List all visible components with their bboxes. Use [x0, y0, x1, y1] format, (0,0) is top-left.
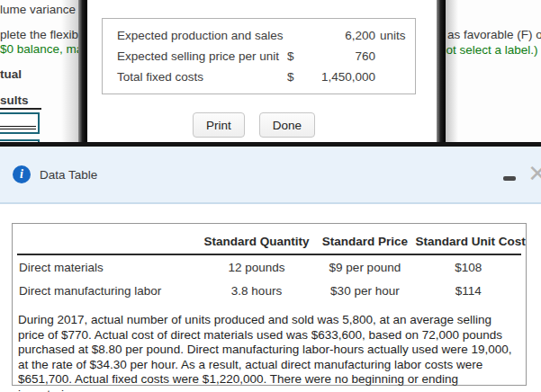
- close-icon[interactable]: ✕: [527, 162, 541, 185]
- data-table-box: Standard Quantity Standard Price Standar…: [12, 223, 527, 386]
- table-row: Direct manufacturing labor 3.8 hours $30…: [17, 279, 521, 302]
- exhibit-row: Total fixed costs $ 1,450,000: [117, 67, 410, 87]
- double-underline-rule: [0, 126, 36, 129]
- data-table-content: Standard Quantity Standard Price Standar…: [0, 204, 541, 386]
- exhibit-row-value: 6,200: [303, 29, 375, 42]
- modal-left-edge: [78, 0, 87, 142]
- row-label: Direct manufacturing labor: [17, 279, 199, 302]
- print-button[interactable]: Print: [193, 112, 245, 138]
- narrative-text: During 2017, actual number of units prod…: [18, 313, 520, 392]
- row-label: Direct materials: [17, 254, 199, 279]
- minimize-button[interactable]: [503, 176, 516, 181]
- currency-symbol: $: [287, 70, 303, 84]
- cell-quantity: 12 pounds: [199, 254, 315, 279]
- cell-quantity: 3.8 hours: [199, 279, 315, 302]
- exhibit-row: Expected production and sales 6,200 unit…: [117, 25, 410, 46]
- data-table-panel: i Data Table ✕ Standard Quantity Standar…: [0, 142, 541, 392]
- right-shadow: [446, 0, 458, 142]
- header-blank: [17, 224, 199, 254]
- exhibit-row-value: 1,450,000: [303, 70, 375, 84]
- exhibit-row-label: Expected production and sales: [117, 29, 287, 42]
- standards-table: Standard Quantity Standard Price Standar…: [17, 224, 521, 302]
- exhibit-popup: Expected production and sales 6,200 unit…: [87, 0, 437, 142]
- exhibit-row-value: 760: [303, 49, 375, 63]
- expected-values-box: Expected production and sales 6,200 unit…: [102, 18, 416, 94]
- left-shadow: [61, 0, 79, 142]
- bg-text-fragment: sults: [0, 94, 41, 110]
- panel-title: Data Table: [40, 168, 97, 182]
- table-row: Direct materials 12 pounds $9 per pound …: [17, 254, 521, 279]
- exhibit-row-suffix: units: [375, 29, 410, 42]
- header-standard-quantity: Standard Quantity: [199, 224, 315, 254]
- popup-button-row: Print Done: [87, 112, 437, 138]
- cell-unit-cost: $114: [415, 279, 521, 302]
- cell-unit-cost: $108: [415, 254, 521, 279]
- data-table-header: i Data Table ✕: [0, 147, 541, 204]
- worksheet-cell-box: [0, 112, 40, 134]
- modal-right-edge: [437, 0, 446, 142]
- bg-text-fragment: tual: [0, 67, 22, 81]
- info-icon: i: [13, 165, 31, 183]
- bg-text-fragment: as favorable (F) or: [447, 28, 541, 41]
- cell-price: $30 per hour: [314, 279, 415, 302]
- cell-price: $9 per pound: [314, 254, 415, 279]
- standards-header-row: Standard Quantity Standard Price Standar…: [17, 224, 521, 254]
- exhibit-row-label: Expected selling price per unit: [117, 49, 287, 63]
- header-standard-price: Standard Price: [314, 224, 415, 254]
- exhibit-row: Expected selling price per unit $ 760: [117, 46, 410, 67]
- currency-symbol: $: [287, 49, 303, 63]
- screen: lume variance a plete the flexible $0 ba…: [0, 0, 541, 392]
- done-button[interactable]: Done: [259, 112, 315, 138]
- exhibit-row-label: Total fixed costs: [117, 70, 287, 84]
- header-standard-unit-cost: Standard Unit Cost: [415, 224, 521, 254]
